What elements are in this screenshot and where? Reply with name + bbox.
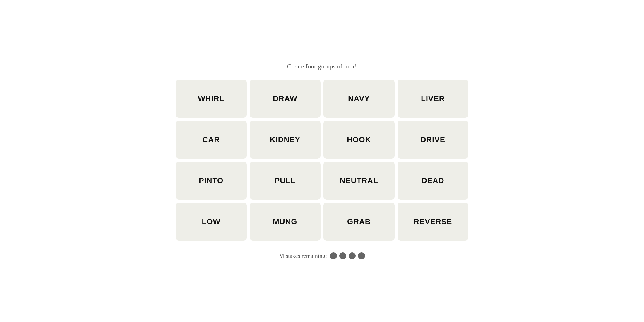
word-grid: WHIRLDRAWNAVYLIVERCARKIDNEYHOOKDRIVEPINT… [176, 80, 468, 241]
tile-label-navy: NAVY [348, 94, 370, 103]
tile-mung[interactable]: MUNG [250, 203, 321, 241]
tile-label-pull: PULL [275, 176, 296, 185]
tile-grab[interactable]: GRAB [323, 203, 395, 241]
tile-label-draw: DRAW [273, 94, 297, 103]
mistake-dot-3 [349, 252, 356, 259]
tile-pinto[interactable]: PINTO [176, 162, 247, 200]
tile-low[interactable]: LOW [176, 203, 247, 241]
tile-reverse[interactable]: REVERSE [398, 203, 469, 241]
mistake-dot-1 [330, 252, 337, 259]
tile-label-kidney: KIDNEY [270, 135, 300, 144]
tile-label-drive: DRIVE [421, 135, 445, 144]
tile-hook[interactable]: HOOK [323, 121, 395, 159]
mistakes-label: Mistakes remaining: [279, 253, 327, 259]
tile-label-low: LOW [202, 217, 220, 226]
tile-label-car: CAR [203, 135, 220, 144]
mistake-dot-4 [358, 252, 365, 259]
tile-label-liver: LIVER [421, 94, 445, 103]
mistakes-dots [330, 252, 365, 259]
tile-pull[interactable]: PULL [250, 162, 321, 200]
tile-label-grab: GRAB [347, 217, 371, 226]
tile-neutral[interactable]: NEUTRAL [323, 162, 395, 200]
game-container: Create four groups of four! WHIRLDRAWNAV… [176, 63, 468, 259]
tile-navy[interactable]: NAVY [323, 80, 395, 118]
tile-drive[interactable]: DRIVE [398, 121, 469, 159]
tile-liver[interactable]: LIVER [398, 80, 469, 118]
tile-car[interactable]: CAR [176, 121, 247, 159]
tile-label-mung: MUNG [273, 217, 297, 226]
mistake-dot-2 [339, 252, 346, 259]
tile-label-hook: HOOK [347, 135, 371, 144]
tile-draw[interactable]: DRAW [250, 80, 321, 118]
tile-label-dead: DEAD [422, 176, 444, 185]
tile-label-reverse: REVERSE [414, 217, 452, 226]
game-subtitle: Create four groups of four! [287, 63, 357, 70]
tile-whirl[interactable]: WHIRL [176, 80, 247, 118]
tile-kidney[interactable]: KIDNEY [250, 121, 321, 159]
tile-dead[interactable]: DEAD [398, 162, 469, 200]
tile-label-neutral: NEUTRAL [340, 176, 378, 185]
mistakes-row: Mistakes remaining: [279, 252, 365, 259]
tile-label-pinto: PINTO [199, 176, 223, 185]
tile-label-whirl: WHIRL [198, 94, 224, 103]
